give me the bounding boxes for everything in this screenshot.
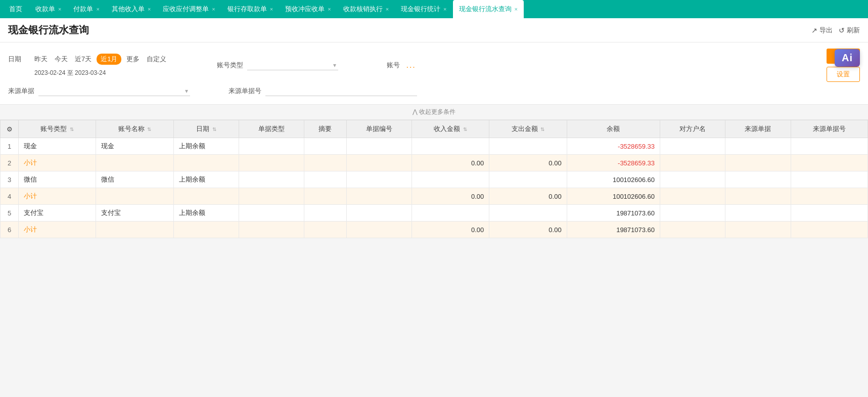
- cell-sourcedoc: [725, 222, 791, 238]
- cell-accountname: 现金: [96, 138, 173, 155]
- cell-sourcedocnum: [791, 205, 867, 222]
- cell-accountname: [96, 188, 173, 205]
- shortcut-yesterday[interactable]: 昨天: [32, 54, 50, 65]
- cell-accounttype: 小计: [19, 188, 96, 205]
- nav-qitashouru[interactable]: 其他收入单 ×: [106, 0, 157, 18]
- nav-label: 预收冲应收单: [285, 0, 325, 18]
- cell-counterparty: [660, 138, 725, 155]
- cell-sourcedocnum: [791, 222, 867, 238]
- col-header-sourcedoc[interactable]: 来源单据: [725, 120, 791, 138]
- nav-close-icon[interactable]: ×: [386, 0, 389, 18]
- col-header-date[interactable]: 日期 ⇅: [173, 120, 239, 138]
- ai-badge[interactable]: Ai: [835, 49, 860, 67]
- account-type-select[interactable]: 现金 微信 支付宝: [247, 60, 338, 70]
- col-header-docnumber[interactable]: 单据编号: [346, 120, 412, 138]
- cell-expense: 0.00: [489, 155, 567, 171]
- cell-counterparty: [660, 155, 725, 171]
- table-row: 2 小计 0.00 0.00 -3528659.33: [1, 155, 868, 171]
- cell-balance: 19871073.60: [567, 205, 660, 222]
- source-doc-select[interactable]: [38, 86, 190, 96]
- date-filter-top: 日期 昨天 今天 近7天 近1月 更多 自定义: [8, 54, 168, 65]
- cell-accounttype: 现金: [19, 138, 96, 155]
- nav-close-icon[interactable]: ×: [58, 0, 61, 18]
- col-header-counterparty[interactable]: 对方户名: [660, 120, 725, 138]
- export-label: 导出: [819, 26, 833, 35]
- nav-close-icon[interactable]: ×: [515, 0, 518, 18]
- nav-yingshouyingfu[interactable]: 应收应付调整单 ×: [157, 0, 221, 18]
- refresh-icon: ↺: [839, 26, 845, 34]
- shortcut-more[interactable]: 更多: [124, 54, 142, 65]
- col-header-accounttype[interactable]: 账号类型 ⇅: [19, 120, 96, 138]
- nav-fukuandan[interactable]: 付款单 ×: [67, 0, 105, 18]
- nav-shoukuandan[interactable]: 收款单 ×: [29, 0, 67, 18]
- nav-home[interactable]: 首页: [2, 0, 29, 18]
- filter-area: 日期 昨天 今天 近7天 近1月 更多 自定义 2023-02-24 至 202…: [0, 42, 868, 105]
- source-doc-number-input[interactable]: [265, 86, 417, 96]
- col-header-balance[interactable]: 余额: [567, 120, 660, 138]
- shortcut-custom[interactable]: 自定义: [145, 54, 168, 65]
- cell-sourcedocnum: [791, 188, 867, 205]
- nav-close-icon[interactable]: ×: [270, 0, 273, 18]
- main-table: ⚙ 账号类型 ⇅ 账号名称 ⇅ 日期 ⇅ 单据类型 摘要: [0, 120, 868, 238]
- cell-docnumber: [346, 188, 412, 205]
- account-number-group: 账号 ...: [387, 61, 416, 70]
- cell-sourcedoc: [725, 205, 791, 222]
- source-doc-number-group: 来源单据号: [229, 86, 417, 96]
- col-header-accountname[interactable]: 账号名称 ⇅: [96, 120, 173, 138]
- cell-sourcedocnum: [791, 155, 867, 171]
- row-number: 3: [1, 171, 19, 188]
- row-number: 1: [1, 138, 19, 155]
- col-header-expense[interactable]: 支出金额 ⇅: [489, 120, 567, 138]
- nav-xianjintongji[interactable]: 现金银行统计 ×: [395, 0, 452, 18]
- cell-accountname: 微信: [96, 171, 173, 188]
- col-header-doctype[interactable]: 单据类型: [239, 120, 304, 138]
- refresh-button[interactable]: ↺ 刷新: [839, 26, 860, 35]
- source-doc-select-wrapper: [38, 86, 190, 96]
- cell-doctype: [239, 188, 304, 205]
- nav-yinhangcunqu[interactable]: 银行存取款单 ×: [221, 0, 279, 18]
- shortcut-today[interactable]: 今天: [53, 54, 70, 65]
- cell-balance: 100102606.60: [567, 171, 660, 188]
- col-header-summary[interactable]: 摘要: [304, 120, 346, 138]
- shortcut-1month[interactable]: 近1月: [97, 54, 121, 65]
- nav-shoukuanhexiao[interactable]: 收款核销执行 ×: [337, 0, 395, 18]
- cell-summary: [304, 205, 346, 222]
- nav-close-icon[interactable]: ×: [148, 0, 151, 18]
- shortcut-7days[interactable]: 近7天: [73, 54, 94, 65]
- cell-date: [173, 155, 239, 171]
- table-header: ⚙ 账号类型 ⇅ 账号名称 ⇅ 日期 ⇅ 单据类型 摘要: [1, 120, 868, 138]
- nav-close-icon[interactable]: ×: [443, 0, 446, 18]
- table-row: 3 微信 微信 上期余额 100102606.60: [1, 171, 868, 188]
- cell-doctype: [239, 171, 304, 188]
- date-filter-label: 日期: [8, 55, 28, 64]
- export-button[interactable]: ↗ 导出: [811, 26, 833, 35]
- cell-expense: [489, 205, 567, 222]
- nav-yushouchong[interactable]: 预收冲应收单 ×: [279, 0, 337, 18]
- nav-xianjinliushui[interactable]: 现金银行流水查询 ×: [453, 0, 524, 18]
- table-row: 6 小计 0.00 0.00 19871073.60: [1, 222, 868, 238]
- cell-expense: 0.00: [489, 188, 567, 205]
- row-number: 6: [1, 222, 19, 238]
- gear-column-header[interactable]: ⚙: [1, 120, 19, 138]
- table-body: 1 现金 现金 上期余额 -3528659.33 2 小计 0.00 0.00 …: [1, 138, 868, 238]
- row-number: 4: [1, 188, 19, 205]
- cell-accounttype: 微信: [19, 171, 96, 188]
- cell-accountname: [96, 222, 173, 238]
- cell-expense: 0.00: [489, 222, 567, 238]
- settings-button[interactable]: 设置: [827, 67, 860, 82]
- cell-summary: [304, 171, 346, 188]
- collapse-bar[interactable]: ⋀ 收起更多条件: [0, 105, 868, 120]
- cell-summary: [304, 155, 346, 171]
- nav-close-icon[interactable]: ×: [96, 0, 99, 18]
- account-ellipsis-button[interactable]: ...: [406, 61, 416, 70]
- cell-sourcedoc: [725, 138, 791, 155]
- nav-close-icon[interactable]: ×: [328, 0, 331, 18]
- cell-counterparty: [660, 205, 725, 222]
- cell-counterparty: [660, 222, 725, 238]
- cell-sourcedocnum: [791, 171, 867, 188]
- col-header-income[interactable]: 收入金额 ⇅: [412, 120, 489, 138]
- nav-close-icon[interactable]: ×: [212, 0, 215, 18]
- cell-accountname: 支付宝: [96, 205, 173, 222]
- cell-accountname: [96, 155, 173, 171]
- col-header-sourcedocnum[interactable]: 来源单据号: [791, 120, 867, 138]
